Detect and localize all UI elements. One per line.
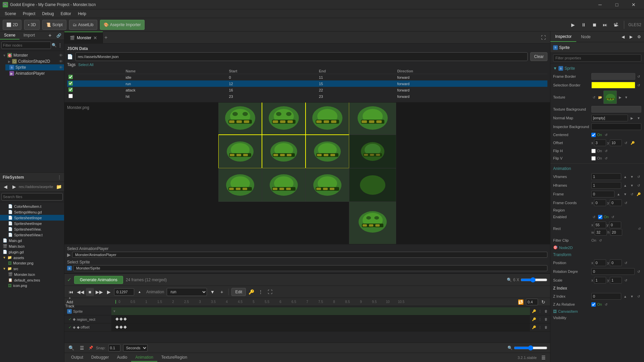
filter-properties-input[interactable] <box>553 54 641 62</box>
expand-editor-button[interactable]: ⛶ <box>539 34 547 42</box>
menu-debug[interactable]: Debug <box>39 11 57 17</box>
play-custom-button[interactable]: 📽 <box>612 21 620 29</box>
tl-options-button[interactable]: ⋮ <box>257 288 265 296</box>
fs-item-default-env[interactable]: 📋 default_env.tres <box>0 277 64 283</box>
z-down[interactable]: ▼ <box>629 294 635 299</box>
fs-item-spritesheet-insp1[interactable]: 📄 SpritesheetInspe <box>0 215 64 221</box>
texture-dropdown-button[interactable]: ▼ <box>624 95 629 100</box>
hframes-up[interactable]: ▲ <box>623 183 628 188</box>
normal-map-expand[interactable]: ▶ <box>629 115 635 121</box>
snap-unit-select[interactable]: Seconds Frames <box>123 344 148 352</box>
tl-time-input[interactable] <box>114 288 134 296</box>
editor-tab-monster[interactable]: 🎬 Monster ✕ <box>64 32 103 43</box>
transform-section-header[interactable]: Transform <box>550 251 644 258</box>
track-region-delete[interactable]: 🗑 <box>543 317 549 322</box>
mode-script-button[interactable]: 📜 Script <box>42 20 66 30</box>
texture-load-button[interactable]: 📂 <box>597 95 603 100</box>
link-node-button[interactable]: 🔗 <box>55 32 63 40</box>
mode-aseprite-button[interactable]: 🎨 Aseprite Importer <box>100 20 145 30</box>
search-files-input[interactable] <box>1 193 63 200</box>
rotation-reset[interactable]: ↺ <box>636 269 641 274</box>
fs-item-spritesheet-insp2[interactable]: 📄 SpritesheetInspe <box>0 221 64 226</box>
fs-back-button[interactable]: ◀ <box>1 183 9 191</box>
tl-play-button[interactable]: ▶ <box>105 288 113 296</box>
fs-item-monster-png[interactable]: 🖼 Monster.png <box>0 260 64 266</box>
scene-tab[interactable]: Scene <box>0 32 19 40</box>
tl-list-button[interactable]: ☰ <box>78 344 86 352</box>
tree-item-sprite[interactable]: S Sprite 👁 <box>5 64 64 70</box>
history-forward-button[interactable]: ▶ <box>627 33 635 41</box>
timeline-refresh[interactable]: ↻ <box>539 298 547 306</box>
fs-item-maingd[interactable]: 📄 Main.gd <box>0 238 64 243</box>
timeline-zoom-input[interactable] <box>526 299 538 305</box>
vframes-reset[interactable]: ↺ <box>636 174 641 179</box>
play-scene-button[interactable]: ▶ <box>569 21 577 29</box>
tag-check-attack[interactable] <box>68 87 73 92</box>
filter-nodes-input[interactable] <box>1 42 51 49</box>
pos-y[interactable]: 0 <box>610 259 622 266</box>
node-tab[interactable]: Node <box>576 32 595 42</box>
rotation-value[interactable]: 0 <box>591 268 635 275</box>
track-offset-options[interactable]: ⋮ <box>537 325 543 330</box>
track-sprite-insert-key[interactable]: 🔑 <box>531 309 537 314</box>
flip-h-reset[interactable]: ↺ <box>603 148 609 154</box>
anim-select[interactable]: run idle attack <box>167 288 207 296</box>
snap-value-input[interactable] <box>108 344 120 352</box>
frame-reset[interactable]: ↺ <box>629 191 635 197</box>
play-current-button[interactable]: ⏭ <box>601 21 609 29</box>
flip-v-checkbox[interactable] <box>591 156 596 161</box>
tab-close-monster[interactable]: ✕ <box>93 35 97 41</box>
tl-time-up[interactable]: ▲ <box>136 288 144 296</box>
frame-coords-x[interactable]: 0 <box>594 199 606 206</box>
normal-map-dropdown[interactable]: ▼ <box>636 115 641 121</box>
texture-expand-button[interactable]: ▶ <box>618 95 623 100</box>
fs-item-icon-png[interactable]: 🖼 icon.png <box>0 283 64 288</box>
rect-w[interactable]: 32 <box>595 229 607 236</box>
menu-project[interactable]: Project <box>19 11 39 17</box>
vframes-down[interactable]: ▼ <box>629 174 635 179</box>
add-track-button[interactable]: + Add Track <box>66 298 74 306</box>
pos-x[interactable]: 0 <box>594 259 606 266</box>
fs-item-src-folder[interactable]: ▼ 📁 src <box>0 266 64 272</box>
json-path-input[interactable] <box>75 52 528 61</box>
frame-coords-y[interactable]: 0 <box>610 199 622 206</box>
tl-expand-button[interactable]: ⛶ <box>266 288 274 296</box>
clear-button[interactable]: Clear <box>530 52 547 61</box>
frame-border-reset[interactable]: ↺ <box>636 74 641 79</box>
anim-player-value[interactable]: Monster/AnimationPlayer <box>72 252 547 258</box>
hframes-reset[interactable]: ↺ <box>636 183 641 188</box>
close-button[interactable]: ✕ <box>626 0 641 9</box>
track-offset-delete[interactable]: 🗑 <box>543 325 549 330</box>
tag-check-hit[interactable] <box>68 94 73 98</box>
status-tab-debugger[interactable]: Debugger <box>87 354 113 362</box>
select-all-button[interactable]: Select All <box>78 63 93 67</box>
z-relative-checkbox[interactable] <box>591 302 596 307</box>
tree-item-monster[interactable]: ▼ 🎯 Monster 👁 <box>0 52 64 58</box>
tag-row-hit[interactable]: hit 23 23 forward <box>67 93 547 100</box>
tl-keyfame-button[interactable]: 🔑 <box>247 288 255 296</box>
flip-h-checkbox[interactable] <box>591 149 596 153</box>
selection-border-reset[interactable]: ↺ <box>636 82 641 88</box>
offset-y[interactable]: 10 <box>610 139 622 146</box>
inspector-settings-icon[interactable]: ⚙ <box>635 33 643 41</box>
position-reset[interactable]: ↺ <box>623 260 629 265</box>
track-offset-edit[interactable]: 🔑 <box>531 325 537 330</box>
animation-section-header[interactable]: Animation <box>550 165 644 172</box>
zoom-slider[interactable] <box>514 345 547 351</box>
menu-editor[interactable]: Editor <box>57 11 74 17</box>
visibility-icon[interactable]: 👁 <box>59 53 63 57</box>
centered-checkbox[interactable] <box>591 133 596 137</box>
stop-button[interactable]: ⏹ <box>590 21 598 29</box>
frame-up[interactable]: ▲ <box>616 191 621 197</box>
scale-slider[interactable] <box>521 277 547 283</box>
z-reset[interactable]: ↺ <box>636 294 641 299</box>
vframes-up[interactable]: ▲ <box>623 174 628 179</box>
menu-scene[interactable]: Scene <box>1 11 19 17</box>
scale-x[interactable]: 1 <box>594 277 606 284</box>
hframes-value[interactable]: 1 <box>591 182 621 189</box>
z-up[interactable]: ▲ <box>623 294 628 299</box>
loop-button[interactable]: 🔁 <box>517 298 525 306</box>
scale-y[interactable]: 1 <box>610 277 622 284</box>
vframes-value[interactable]: 1 <box>591 173 621 180</box>
offset-reset[interactable]: ↺ <box>623 140 629 145</box>
